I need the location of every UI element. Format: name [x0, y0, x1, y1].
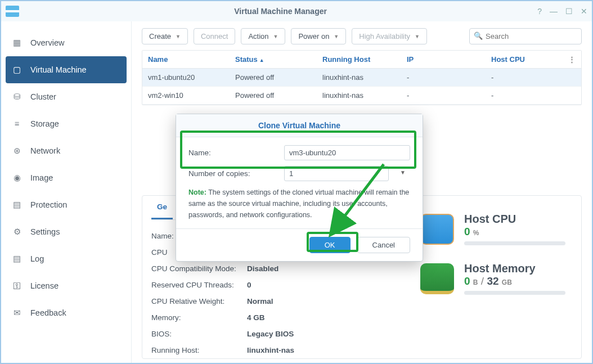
- clone-vm-dialog: Clone Virtual Machine Name: Number of co…: [176, 114, 423, 262]
- stat-value: 0 B / 32 GB: [464, 275, 565, 287]
- window-controls: ? — ☐ ✕: [537, 7, 587, 16]
- log-icon: ▤: [11, 254, 23, 264]
- image-icon: ◉: [11, 173, 23, 183]
- minimize-icon[interactable]: —: [550, 7, 558, 16]
- titlebar: Virtual Machine Manager ? — ☐ ✕: [1, 1, 592, 21]
- col-cpu[interactable]: Host CPU: [486, 51, 563, 68]
- prop-key: BIOS:: [151, 330, 247, 338]
- prop-val: 4 GB: [247, 313, 265, 322]
- note-text: Note: The system settings of the cloned …: [188, 187, 410, 221]
- create-button[interactable]: Create▼: [142, 28, 188, 44]
- sidebar-item-overview[interactable]: ▦ Overview: [1, 29, 131, 56]
- mail-icon: ✉: [11, 308, 23, 318]
- prop-val: linuxhint-nas: [247, 346, 294, 354]
- prop-key: Running Host:: [151, 346, 247, 354]
- col-host[interactable]: Running Host: [317, 51, 401, 68]
- help-icon[interactable]: ?: [537, 7, 542, 16]
- vm-icon: ▢: [11, 65, 23, 75]
- storage-icon: ≡: [11, 119, 23, 129]
- table-row[interactable]: vm1-ubuntu20 Powered off linuxhint-nas -…: [142, 69, 581, 87]
- stat-bar: [464, 291, 565, 295]
- name-label: Name:: [188, 149, 284, 157]
- host-cpu-stat: Host CPU 0 %: [420, 213, 572, 245]
- app-icon: [6, 6, 19, 17]
- stat-label: Host Memory: [464, 262, 565, 275]
- sidebar-item-virtual-machine[interactable]: ▢ Virtual Machine: [6, 56, 127, 83]
- sidebar-item-image[interactable]: ◉ Image: [1, 164, 131, 191]
- sidebar-item-storage[interactable]: ≡ Storage: [1, 110, 131, 137]
- ha-button[interactable]: High Availability▼: [352, 28, 427, 44]
- stat-value: 0 %: [464, 226, 565, 238]
- prop-key: CPU Compatibility Mode:: [151, 264, 247, 273]
- prop-key: CPU Relative Weight:: [151, 297, 247, 305]
- vm-table: Name Status▲ Running Host IP Host CPU ⋮ …: [142, 50, 582, 105]
- copies-select[interactable]: [284, 166, 389, 181]
- cluster-icon: ⛁: [11, 92, 23, 102]
- search-icon: 🔍: [474, 32, 483, 40]
- sidebar-item-protection[interactable]: ▤ Protection: [1, 191, 131, 218]
- stat-label: Host CPU: [464, 213, 565, 226]
- tab-general[interactable]: Ge: [151, 196, 173, 219]
- more-columns-icon[interactable]: ⋮: [563, 51, 581, 68]
- col-ip[interactable]: IP: [401, 51, 486, 68]
- memory-icon: [420, 263, 454, 294]
- stat-bar: [464, 241, 565, 245]
- search-wrap: 🔍: [469, 28, 582, 44]
- sidebar-item-label: Storage: [30, 119, 59, 128]
- network-icon: ⊛: [11, 146, 23, 156]
- sidebar-item-license[interactable]: ⚿ License: [1, 272, 131, 299]
- col-status[interactable]: Status▲: [230, 51, 317, 68]
- sidebar-item-settings[interactable]: ⚙ Settings: [1, 218, 131, 245]
- col-name[interactable]: Name: [142, 51, 230, 68]
- prop-val: 0: [247, 281, 251, 289]
- prop-val: Legacy BIOS: [247, 330, 294, 338]
- sort-asc-icon: ▲: [259, 57, 264, 63]
- sidebar-item-label: Protection: [30, 200, 67, 209]
- ok-button[interactable]: OK: [309, 237, 351, 253]
- prop-key: Reserved CPU Threads:: [151, 281, 247, 289]
- action-button[interactable]: Action▼: [241, 28, 285, 44]
- overview-icon: ▦: [11, 38, 23, 48]
- table-header: Name Status▲ Running Host IP Host CPU ⋮: [142, 51, 581, 69]
- prop-key: Memory:: [151, 313, 247, 322]
- maximize-icon[interactable]: ☐: [565, 7, 573, 16]
- sidebar: ▦ Overview ▢ Virtual Machine ⛁ Cluster ≡…: [1, 21, 132, 363]
- dialog-title: Clone Virtual Machine: [176, 114, 423, 137]
- sidebar-item-log[interactable]: ▤ Log: [1, 245, 131, 272]
- power-button[interactable]: Power on▼: [291, 28, 346, 44]
- chevron-down-icon: ▼: [400, 169, 406, 176]
- sidebar-item-network[interactable]: ⊛ Network: [1, 137, 131, 164]
- key-icon: ⚿: [11, 281, 23, 291]
- sidebar-item-label: Virtual Machine: [30, 65, 87, 74]
- chevron-down-icon: ▼: [415, 34, 420, 39]
- connect-button[interactable]: Connect: [194, 28, 235, 44]
- chevron-down-icon: ▼: [176, 34, 181, 39]
- window-title: Virtual Machine Manager: [24, 7, 537, 16]
- toolbar: Create▼ Connect Action▼ Power on▼ High A…: [142, 28, 582, 44]
- host-memory-stat: Host Memory 0 B / 32 GB: [420, 262, 572, 295]
- sidebar-item-label: Log: [30, 254, 44, 263]
- sidebar-item-label: Cluster: [30, 92, 56, 101]
- sidebar-item-feedback[interactable]: ✉ Feedback: [1, 299, 131, 326]
- close-icon[interactable]: ✕: [581, 7, 587, 16]
- gear-icon: ⚙: [11, 227, 23, 237]
- cancel-button[interactable]: Cancel: [357, 237, 410, 253]
- sidebar-item-cluster[interactable]: ⛁ Cluster: [1, 83, 131, 110]
- copies-label: Number of copies:: [188, 169, 284, 178]
- table-row[interactable]: vm2-win10 Powered off linuxhint-nas - -: [142, 87, 581, 105]
- search-input[interactable]: [469, 28, 582, 44]
- clone-name-input[interactable]: [284, 145, 410, 160]
- sidebar-item-label: License: [30, 281, 59, 290]
- sidebar-item-label: Image: [30, 173, 53, 182]
- prop-val: Normal: [247, 297, 273, 305]
- sidebar-item-label: Feedback: [30, 308, 66, 317]
- sidebar-item-label: Network: [30, 146, 60, 155]
- prop-val: Disabled: [247, 264, 278, 273]
- sidebar-item-label: Settings: [30, 227, 60, 236]
- cpu-icon: [420, 214, 454, 245]
- sidebar-item-label: Overview: [30, 38, 64, 47]
- chevron-down-icon: ▼: [334, 34, 339, 39]
- protection-icon: ▤: [11, 200, 23, 210]
- chevron-down-icon: ▼: [273, 34, 278, 39]
